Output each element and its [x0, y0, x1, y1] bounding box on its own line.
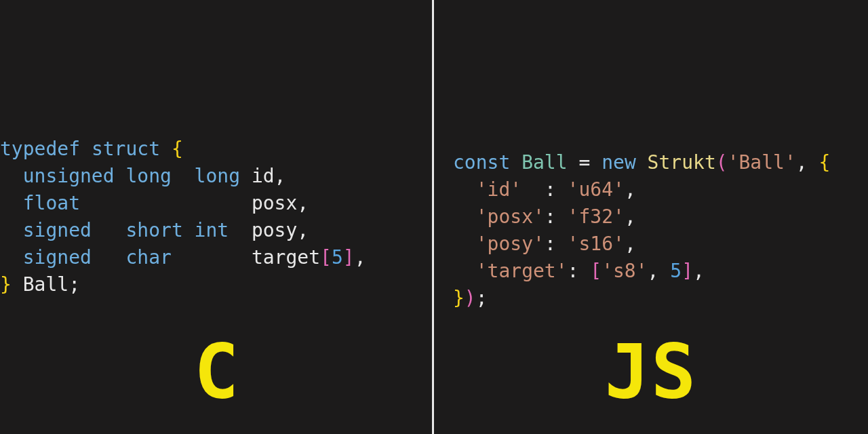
struct-name: Ball — [23, 273, 68, 296]
number-5: 5 — [332, 246, 343, 269]
var-ball: Ball — [521, 151, 567, 174]
semicolon: ; — [68, 273, 80, 296]
split-view: typedef struct { unsigned long long id, … — [0, 0, 868, 434]
field-target: target — [252, 246, 320, 269]
keyword-typedef: typedef — [0, 138, 80, 160]
brace-close: } — [0, 273, 12, 296]
type-long: long — [125, 165, 171, 187]
field-posx: posx — [252, 192, 297, 214]
class-strukt: Strukt — [648, 151, 716, 174]
key-id: 'id' — [476, 178, 521, 201]
left-pane: typedef struct { unsigned long long id, … — [0, 0, 434, 434]
brace-open: { — [172, 138, 183, 160]
comma: , — [625, 178, 636, 201]
comma: , — [625, 233, 636, 255]
type-long: long — [195, 165, 240, 187]
val-s16: 's16' — [568, 233, 625, 255]
right-lang-label: JS — [434, 328, 868, 415]
paren-close: ) — [465, 287, 476, 309]
colon: : — [545, 233, 556, 255]
c-code-block: typedef struct { unsigned long long id, … — [0, 136, 366, 298]
bracket-open: [ — [590, 260, 601, 282]
keyword-const: const — [453, 151, 510, 174]
colon: : — [568, 260, 579, 282]
bracket-close: ] — [682, 260, 693, 282]
colon: : — [545, 205, 556, 228]
val-f32: 'f32' — [568, 205, 625, 228]
type-short: short — [125, 219, 182, 241]
type-char: char — [125, 246, 171, 269]
val-u64: 'u64' — [568, 178, 625, 201]
comma: , — [625, 205, 636, 228]
arg-ball: 'Ball' — [728, 151, 796, 174]
val-s8: 's8' — [601, 260, 647, 282]
keyword-struct: struct — [92, 138, 160, 160]
bracket-close: ] — [343, 246, 355, 269]
key-target: 'target' — [476, 260, 568, 282]
comma: , — [648, 260, 659, 282]
type-int: int — [195, 219, 229, 241]
comma: , — [297, 192, 309, 214]
field-id: id — [252, 165, 275, 187]
comma: , — [796, 151, 808, 174]
type-signed: signed — [23, 246, 92, 269]
paren-open: ( — [716, 151, 728, 174]
bracket-open: [ — [320, 246, 332, 269]
number-5: 5 — [670, 260, 682, 282]
key-posy: 'posy' — [476, 233, 545, 255]
semicolon: ; — [476, 287, 488, 309]
comma: , — [693, 260, 705, 282]
brace-close: } — [453, 287, 465, 309]
comma: , — [297, 219, 309, 241]
type-signed: signed — [23, 219, 92, 241]
comma: , — [275, 165, 286, 187]
key-posx: 'posx' — [476, 205, 545, 228]
colon: : — [545, 178, 556, 201]
type-float: float — [23, 192, 80, 214]
space — [521, 178, 533, 201]
keyword-new: new — [601, 151, 636, 174]
right-pane: const Ball = new Strukt('Ball', { 'id' :… — [434, 0, 868, 434]
comma: , — [355, 246, 366, 269]
field-posy: posy — [252, 219, 297, 241]
brace-open: { — [819, 151, 831, 174]
left-lang-label: C — [0, 328, 434, 415]
type-unsigned: unsigned — [23, 165, 115, 187]
equals: = — [578, 151, 590, 174]
js-code-block: const Ball = new Strukt('Ball', { 'id' :… — [453, 149, 830, 312]
